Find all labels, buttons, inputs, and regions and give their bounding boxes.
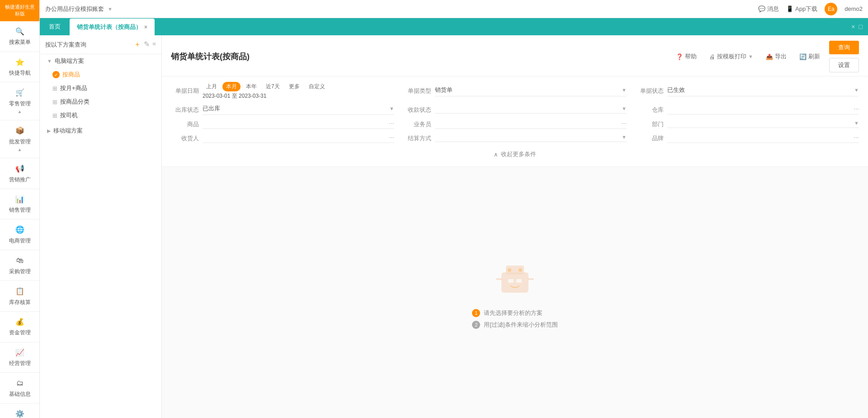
sidebar-item-system[interactable]: ⚙️ 系统管理: [0, 404, 39, 418]
doctype-dropdown-icon[interactable]: ▼: [622, 87, 627, 93]
filter-warehouse-value[interactable]: ···: [667, 105, 859, 114]
export-label: 导出: [775, 52, 787, 61]
date-btn-more[interactable]: 更多: [285, 82, 303, 91]
topbar-industry[interactable]: 办公用品行业模拟账套: [45, 5, 104, 13]
filter-doctype-cell: 单据类型 销货单 ▼: [403, 82, 627, 100]
tab-close-window-icon[interactable]: ×: [851, 23, 855, 30]
sidebar-item-marketing[interactable]: 📢 营销推广: [0, 158, 39, 189]
grid-icon-1: ⊞: [52, 85, 57, 92]
purchase-icon: 🛍: [16, 255, 24, 266]
sales-icon: 📊: [15, 194, 24, 205]
query-button[interactable]: 查询: [829, 41, 859, 54]
tree-item-by-goods[interactable]: ✓ 按商品: [40, 68, 161, 81]
brand-dots-icon[interactable]: ···: [854, 133, 859, 141]
wholesale-icon: 📦: [15, 125, 24, 137]
quicknav-icon: ⭐: [15, 57, 24, 68]
help-button[interactable]: ❓ 帮助: [672, 51, 700, 62]
sidebar-item-wholesale-label: 批发管理: [9, 138, 31, 146]
date-btn-this-year[interactable]: 本年: [242, 82, 260, 91]
filter-salesman-label: 业务员: [403, 120, 435, 128]
goods-dots-icon[interactable]: ···: [389, 119, 394, 127]
filter-outstatus-value[interactable]: 已出库 ▼: [203, 104, 394, 115]
topbar-app-download[interactable]: 📱 App下载: [786, 5, 817, 13]
sidebar-item-wholesale[interactable]: 📦 批发管理 ▲: [0, 120, 39, 158]
filter-dept-value[interactable]: ▼: [667, 120, 859, 128]
filter-doctype-value[interactable]: 销货单 ▼: [435, 86, 627, 96]
add-scheme-icon[interactable]: ＋: [134, 40, 141, 49]
user-avatar[interactable]: Ea: [825, 3, 837, 15]
filter-dept-cell: 部门 ▼: [636, 119, 859, 129]
sidebar-item-quicknav[interactable]: ⭐ 快捷导航: [0, 52, 39, 83]
date-btn-custom[interactable]: 自定义: [305, 82, 329, 91]
paystatus-dropdown-icon[interactable]: ▼: [622, 106, 627, 111]
topbar-message[interactable]: 💬 消息: [758, 5, 779, 13]
empty-state: 1 请先选择要分析的方案 2 用[过滤]条件来缩小分析范围: [162, 167, 868, 418]
topbar-username[interactable]: demo2: [844, 5, 863, 12]
topbar-left: 办公用品行业模拟账套 ▼: [45, 5, 113, 13]
sidebar-item-inventory[interactable]: 📋 库存核算: [0, 281, 39, 312]
topbar-arrow-icon[interactable]: ▼: [108, 6, 113, 12]
filter-payment-cell: 结算方式 ▼: [403, 133, 627, 143]
print-button[interactable]: 🖨 按模板打印 ▼: [706, 51, 757, 62]
sidebar-logo[interactable]: 畅捷通好生意 标版: [0, 0, 39, 21]
mobile-expand-icon[interactable]: ▶: [47, 128, 51, 134]
tree-item-by-month-goods[interactable]: ⊞ 按月+商品: [40, 81, 161, 95]
filter-docstatus-value[interactable]: 已生效 ▼: [667, 86, 859, 96]
collapse-filter-button[interactable]: ∧ 收起更多条件: [171, 147, 859, 161]
sidebar-item-search[interactable]: 🔍 搜索菜单: [0, 21, 39, 52]
main-area: 办公用品行业模拟账套 ▼ 💬 消息 📱 App下载 Ea demo2 首页 销货…: [40, 0, 868, 418]
sidebar-logo-subtext: 标版: [4, 10, 36, 17]
warehouse-dots-icon[interactable]: ···: [854, 105, 859, 112]
page-actions: ❓ 帮助 🖨 按模板打印 ▼ 📤 导出 🔄 刷新: [672, 41, 859, 72]
sidebar-item-ecom[interactable]: 🌐 电商管理: [0, 219, 39, 250]
export-button[interactable]: 📤 导出: [762, 51, 790, 62]
sidebar-item-operation[interactable]: 📈 经营管理: [0, 342, 39, 373]
date-btn-this-month[interactable]: 本月: [222, 82, 241, 91]
filter-goods-value[interactable]: ···: [203, 119, 394, 129]
salesman-dots-icon[interactable]: ···: [621, 119, 627, 127]
payment-dropdown-icon[interactable]: ▼: [622, 134, 627, 140]
dept-dropdown-icon[interactable]: ▼: [854, 120, 859, 126]
tip-num-1: 1: [472, 309, 480, 317]
filter-salesman-cell: 业务员 ···: [403, 119, 627, 129]
consignee-dots-icon[interactable]: ···: [389, 133, 394, 141]
tree-mobile-section[interactable]: ▶ 移动端方案: [40, 124, 161, 138]
filter-salesman-value[interactable]: ···: [435, 119, 627, 129]
collapse-panel-icon[interactable]: «: [152, 40, 156, 49]
print-icon: 🖨: [709, 53, 715, 60]
page-header: 销货单统计表(按商品) ❓ 帮助 🖨 按模板打印 ▼ 📤 导出: [162, 35, 868, 76]
date-btn-7days[interactable]: 近7天: [262, 82, 283, 91]
grid-icon-3: ⊞: [52, 112, 57, 119]
tab-statistics[interactable]: 销货单统计表（按商品） ×: [70, 19, 155, 36]
sidebar-item-finance-label: 资金管理: [9, 328, 31, 337]
help-icon: ❓: [676, 53, 683, 60]
tab-home[interactable]: 首页: [40, 18, 70, 35]
filter-date-value: 上月 本月 本年 近7天 更多 自定义 2023-03-01 至 2023-03…: [203, 82, 394, 100]
settings-button[interactable]: 设置: [829, 58, 859, 72]
filter-brand-value[interactable]: ···: [667, 133, 859, 143]
filter-paystatus-value[interactable]: ▼: [435, 106, 627, 114]
sidebar-item-basic[interactable]: 🗂 基础信息: [0, 373, 39, 404]
sidebar-item-ecom-label: 电商管理: [9, 237, 31, 245]
docstatus-dropdown-icon[interactable]: ▼: [854, 87, 859, 93]
sidebar-item-finance[interactable]: 💰 资金管理: [0, 312, 39, 342]
tree-item-by-sku[interactable]: ⊞ 按司机: [40, 109, 161, 122]
sidebar-item-retail[interactable]: 🛒 零售管理 ▲: [0, 82, 39, 120]
tab-close-icon[interactable]: ×: [144, 24, 147, 30]
edit-scheme-icon[interactable]: ✎: [144, 40, 150, 49]
filter-payment-value[interactable]: ▼: [435, 134, 627, 142]
tree-item-by-category[interactable]: ⊞ 按商品分类: [40, 95, 161, 109]
sidebar-item-purchase[interactable]: 🛍 采购管理: [0, 250, 39, 281]
pc-expand-icon[interactable]: ▼: [47, 58, 52, 64]
query-action-group: 查询 设置: [829, 41, 859, 72]
date-btn-last-month[interactable]: 上月: [203, 82, 221, 91]
empty-tip-1: 1 请先选择要分析的方案: [472, 309, 557, 317]
tab-maximize-icon[interactable]: □: [859, 23, 863, 30]
download-icon: 📱: [786, 5, 793, 12]
print-dropdown-icon[interactable]: ▼: [748, 54, 753, 59]
outstatus-dropdown-icon[interactable]: ▼: [389, 106, 394, 111]
sidebar-item-sales[interactable]: 📊 销售管理: [0, 189, 39, 220]
refresh-button[interactable]: 🔄 刷新: [796, 51, 824, 62]
filter-consignee-value[interactable]: ···: [203, 133, 394, 143]
filter-brand-cell: 品牌 ···: [636, 133, 859, 143]
